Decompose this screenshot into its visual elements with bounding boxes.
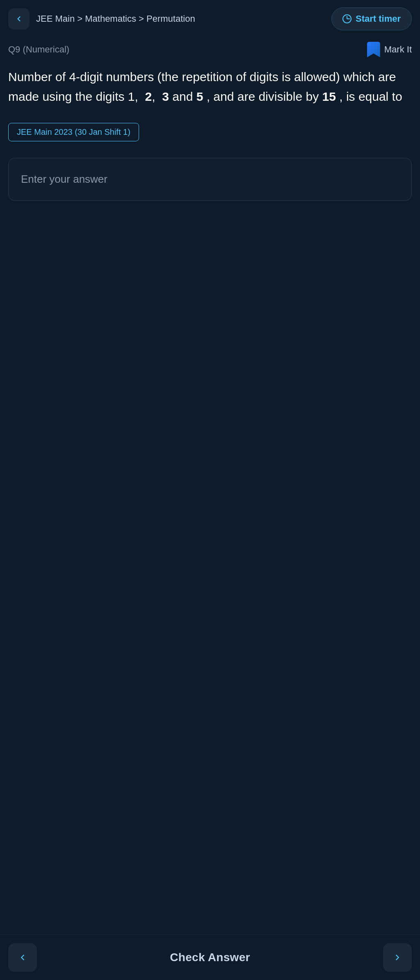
start-timer-button[interactable]: Start timer [331,7,412,30]
question-meta: Q9 (Numerical) Mark It [0,38,420,63]
header-left: JEE Main > Mathematics > Permutation [8,8,195,29]
prev-button[interactable] [8,943,37,972]
answer-input[interactable] [21,173,399,186]
back-button[interactable] [8,8,30,29]
check-answer-button[interactable]: Check Answer [170,951,250,964]
digit-3: 3 [162,90,169,103]
start-timer-label: Start timer [356,14,401,24]
breadcrumb: JEE Main > Mathematics > Permutation [36,14,195,24]
bottom-bar: Check Answer [0,935,420,980]
digit-2: 2 [145,90,152,103]
bookmark-icon [367,42,380,57]
mark-it-button[interactable]: Mark It [367,42,412,57]
question-tag-chip: JEE Main 2023 (30 Jan Shift 1) [8,123,139,141]
question-tag-section: JEE Main 2023 (30 Jan Shift 1) [8,123,412,141]
question-label: Q9 (Numerical) [8,44,69,55]
question-body: Number of 4-digit numbers (the repetitio… [0,63,420,115]
answer-input-box [8,158,412,201]
question-text: Number of 4-digit numbers (the repetitio… [8,67,412,107]
divisor-15: 15 [322,90,336,103]
digit-5: 5 [196,90,203,103]
header: JEE Main > Mathematics > Permutation Sta… [0,0,420,38]
answer-section [8,158,412,201]
mark-it-label: Mark It [384,44,412,55]
timer-icon [342,14,352,23]
next-button[interactable] [383,943,412,972]
